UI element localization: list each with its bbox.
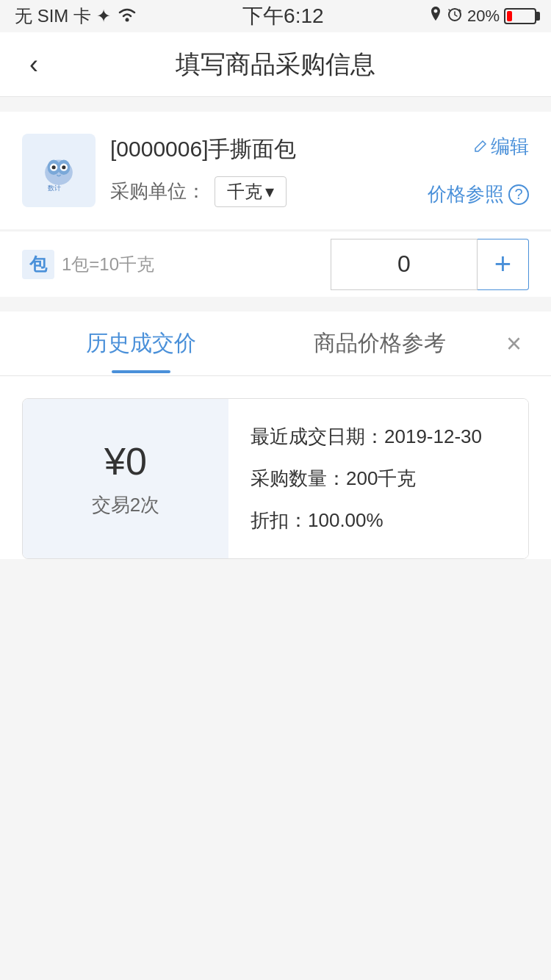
svg-point-0: [125, 18, 129, 22]
quantity-input[interactable]: [331, 239, 478, 290]
product-thumbnail: 数计: [22, 134, 96, 207]
history-left: ¥0 交易2次: [23, 399, 228, 558]
purchase-qty-label: 采购数量：: [251, 467, 346, 489]
quantity-row: 包 1包=10千克 +: [0, 231, 551, 297]
edit-label: 编辑: [491, 134, 529, 159]
tabs-container: 历史成交价 商品价格参考 × ¥0 交易2次 最近成交日期：2019-12-30…: [0, 311, 551, 559]
wifi-icon: [117, 6, 137, 26]
tabs-header: 历史成交价 商品价格参考 ×: [0, 311, 551, 376]
svg-point-7: [52, 165, 56, 169]
tabs-close-button[interactable]: ×: [499, 321, 529, 367]
unit-select-button[interactable]: 千克 ▾: [215, 176, 287, 207]
history-price: ¥0: [104, 439, 147, 483]
recent-date-row: 最近成交日期：2019-12-30: [251, 422, 506, 451]
product-name: [0000006]手撕面包: [110, 134, 296, 165]
history-card: ¥0 交易2次 最近成交日期：2019-12-30 采购数量：200千克 折扣：…: [22, 398, 529, 559]
currency-symbol: ¥: [104, 440, 126, 483]
battery-icon: [504, 8, 536, 24]
bottom-area: [0, 581, 551, 980]
product-header: 数计 [0000006]手撕面包 采购单位： 千克 ▾ 编辑: [22, 134, 529, 207]
product-unit-row: 采购单位： 千克 ▾: [110, 176, 296, 207]
trade-count: 交易2次: [92, 492, 159, 518]
product-left: 数计 [0000006]手撕面包 采购单位： 千克 ▾: [22, 134, 296, 207]
quantity-plus-button[interactable]: +: [478, 239, 529, 290]
price-ref-button[interactable]: 价格参照 ?: [428, 181, 529, 207]
page-title: 填写商品采购信息: [176, 48, 375, 82]
unit-value: 千克: [227, 180, 262, 203]
history-right: 最近成交日期：2019-12-30 采购数量：200千克 折扣：100.00%: [228, 399, 528, 558]
status-right: 20%: [429, 6, 536, 26]
price-value: 0: [126, 440, 147, 483]
product-right: 编辑 价格参照 ?: [428, 134, 529, 207]
product-card: 数计 [0000006]手撕面包 采购单位： 千克 ▾ 编辑: [0, 112, 551, 229]
discount-row: 折扣：100.00%: [251, 506, 506, 535]
svg-point-8: [62, 165, 65, 169]
nav-bar: ‹ 填写商品采购信息: [0, 32, 551, 97]
purchase-qty-row: 采购数量：200千克: [251, 464, 506, 493]
edit-button[interactable]: 编辑: [472, 134, 529, 159]
status-time: 下午6:12: [242, 2, 324, 30]
recent-date-value: 2019-12-30: [384, 425, 482, 447]
recent-date-label: 最近成交日期：: [251, 425, 384, 447]
status-bar: 无 SIM 卡 ✦ 下午6:12 20%: [0, 0, 551, 32]
price-ref-label: 价格参照: [428, 181, 504, 207]
bao-badge: 包: [22, 250, 54, 279]
alarm-icon: [447, 6, 463, 26]
quantity-label-group: 包 1包=10千克: [22, 250, 154, 279]
back-button[interactable]: ‹: [22, 42, 46, 87]
location-icon: [429, 6, 442, 26]
status-left: 无 SIM 卡 ✦: [15, 4, 137, 28]
discount-label: 折扣：: [251, 509, 308, 531]
tab-product-price[interactable]: 商品价格参考: [260, 314, 498, 373]
unit-label: 采购单位：: [110, 179, 206, 204]
product-info: [0000006]手撕面包 采购单位： 千克 ▾: [110, 134, 296, 207]
tab-history-price[interactable]: 历史成交价: [22, 314, 260, 373]
quantity-control: +: [331, 239, 529, 290]
sim-status: 无 SIM 卡 ✦: [15, 4, 111, 28]
help-icon: ?: [508, 184, 529, 205]
unit-hint: 1包=10千克: [62, 253, 154, 276]
svg-text:数计: 数计: [48, 184, 61, 192]
battery-percentage: 20%: [467, 7, 500, 26]
dropdown-icon: ▾: [265, 181, 274, 202]
discount-value: 100.00%: [308, 509, 383, 531]
purchase-qty-value: 200千克: [346, 467, 416, 489]
